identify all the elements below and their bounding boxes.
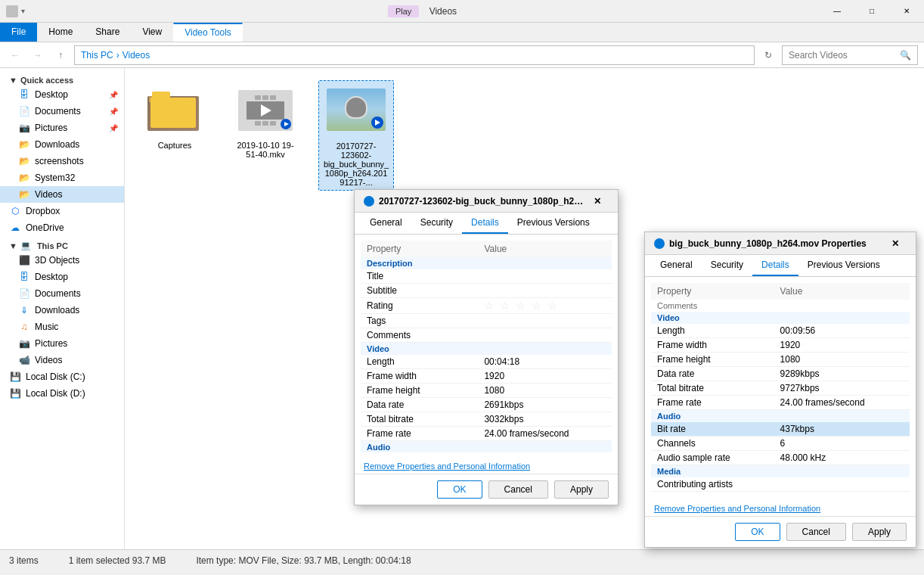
title-bar-controls[interactable]: — □ ✕ (820, 0, 924, 23)
search-icon: 🔍 (900, 50, 911, 61)
title-bar-title: Play Videos (25, 6, 820, 17)
close-button[interactable]: ✕ (889, 0, 924, 23)
dialog1-prop-table[interactable]: Property Value Description Title Subtitl… (361, 241, 612, 452)
music-icon: ♫ (18, 321, 30, 333)
refresh-button[interactable]: ↻ (759, 46, 777, 64)
pictures2-icon: 📷 (18, 337, 30, 350)
sidebar-item-downloads[interactable]: 📂 Downloads (0, 136, 124, 153)
pin-icon2: 📌 (109, 107, 118, 116)
computer-icon: 💻 (20, 241, 31, 250)
section-audio-1: Audio (361, 441, 612, 453)
sidebar-item-videos2[interactable]: 📹 Videos (0, 352, 124, 368)
sidebar-item-onedrive[interactable]: ☁ OneDrive (0, 219, 124, 236)
sidebar: ▼ Quick access 🗄 Desktop 📌 📄 Documents 📌… (0, 68, 125, 549)
forward-button[interactable]: → (29, 46, 47, 64)
onedrive-icon: ☁ (9, 222, 21, 234)
dialog2-tab-prevversions[interactable]: Previous Versions (798, 255, 889, 276)
sidebar-item-system32[interactable]: 📂 System32 (0, 169, 124, 186)
app-icon (6, 5, 18, 17)
dialog1-apply-button[interactable]: Apply (554, 480, 609, 499)
sidebar-item-downloads2[interactable]: ⇓ Downloads (0, 302, 124, 319)
dialog1-tab-security[interactable]: Security (411, 213, 462, 234)
dialog-details-1: 20170727-123602-big_buck_bunny_1080p_h26… (354, 189, 619, 505)
sidebar-item-desktop[interactable]: 🗄 Desktop 📌 (0, 86, 124, 103)
maximize-button[interactable]: □ (854, 0, 889, 23)
videos2-icon: 📹 (18, 354, 30, 366)
back-button[interactable]: ← (6, 46, 24, 64)
search-input[interactable] (789, 50, 897, 61)
pin-icon: 📌 (109, 91, 118, 99)
dialog1-tab-general[interactable]: General (361, 213, 411, 234)
dialog2-prop-table[interactable]: Property Value Comments Video Length00:0… (651, 283, 910, 495)
address-bar: ← → ↑ This PC › Videos ↻ 🔍 (0, 42, 924, 68)
sidebar-item-locald[interactable]: 💾 Local Disk (D:) (0, 385, 124, 402)
tab-share[interactable]: Share (84, 23, 131, 42)
dialog2-actions: OK Cancel Apply (645, 516, 916, 547)
file-name-captures: Captures (158, 141, 192, 150)
system32-icon: 📂 (18, 172, 30, 184)
chevron-right-icon: ▼ (9, 241, 17, 250)
dialog2-apply-button[interactable]: Apply (852, 523, 907, 541)
dialog1-ok-button[interactable]: OK (437, 480, 482, 499)
dialog1-close-button[interactable]: ✕ (586, 190, 609, 213)
dialog2-tab-general[interactable]: General (651, 255, 702, 276)
sidebar-item-3dobjects[interactable]: ⬛ 3D Objects (0, 252, 124, 269)
dialog1-cancel-button[interactable]: Cancel (488, 480, 548, 499)
sidebar-item-pictures2[interactable]: 📷 Pictures (0, 335, 124, 352)
desktop-icon: 🗄 (18, 89, 30, 101)
section-video-2: Video (651, 312, 910, 324)
pictures-icon: 📷 (18, 122, 30, 134)
section-media-2: Media (651, 465, 910, 478)
sidebar-item-desktop2[interactable]: 🗄 Desktop (0, 269, 124, 285)
3dobjects-icon: ⬛ (18, 254, 30, 266)
rating-stars: ☆ ☆ ☆ ☆ ☆ (484, 300, 559, 312)
tab-home[interactable]: Home (37, 23, 84, 42)
dialog2-close-button[interactable]: ✕ (884, 232, 907, 255)
address-path[interactable]: This PC › Videos (74, 45, 755, 65)
sidebar-item-localc[interactable]: 💾 Local Disk (C:) (0, 368, 124, 385)
dialog1-titlebar: 20170727-123602-big_buck_bunny_1080p_h26… (355, 190, 618, 213)
mov-thumbnail (329, 84, 383, 138)
sidebar-item-dropbox[interactable]: ⬡ Dropbox (0, 203, 124, 219)
up-button[interactable]: ↑ (51, 46, 70, 64)
dialog2-icon (654, 238, 665, 249)
file-name-mkv: 2019-10-10 19-51-40.mkv (231, 141, 299, 159)
sidebar-section-thispc: ▼ 💻 This PC (0, 236, 124, 252)
dialog2-ok-button[interactable]: OK (735, 523, 780, 541)
path-videos[interactable]: Videos (122, 50, 150, 61)
sidebar-item-documents[interactable]: 📄 Documents 📌 (0, 103, 124, 120)
sidebar-item-screenshots[interactable]: 📂 screenshots (0, 153, 124, 169)
dialog2-tab-details[interactable]: Details (752, 255, 798, 276)
minimize-button[interactable]: — (820, 0, 854, 23)
sidebar-item-pictures[interactable]: 📷 Pictures 📌 (0, 120, 124, 136)
tab-file[interactable]: File (0, 23, 37, 42)
sidebar-item-videos-qa[interactable]: 📂 Videos (0, 186, 124, 203)
sidebar-item-documents2[interactable]: 📄 Documents (0, 285, 124, 302)
file-item-mkv[interactable]: 2019-10-10 19-51-40.mkv (228, 80, 303, 191)
dialog1-tabs[interactable]: General Security Details Previous Versio… (355, 213, 618, 235)
dialog2-tabs[interactable]: General Security Details Previous Versio… (645, 255, 916, 277)
tab-view[interactable]: View (131, 23, 173, 42)
search-box[interactable]: 🔍 (782, 45, 918, 65)
tab-videotools[interactable]: Video Tools (173, 23, 243, 42)
dialog2-content: Property Value Comments Video Length00:0… (645, 277, 916, 501)
file-item-mov[interactable]: 20170727-123602-big_buck_bunny_1080p_h26… (318, 80, 394, 191)
dialog2-tab-security[interactable]: Security (702, 255, 752, 276)
dialog2-remove-properties-link[interactable]: Remove Properties and Personal Informati… (645, 501, 916, 516)
documents-icon: 📄 (18, 105, 30, 117)
path-computer[interactable]: This PC (81, 50, 113, 61)
file-item-captures[interactable]: Captures (137, 80, 212, 191)
sidebar-item-music[interactable]: ♫ Music (0, 319, 124, 335)
captures-thumbnail (147, 83, 202, 138)
sidebar-section-quickaccess: ▼ Quick access (0, 71, 124, 86)
downloads2-icon: ⇓ (18, 304, 30, 316)
ribbon: File Home Share View Video Tools (0, 23, 924, 42)
status-selected: 1 item selected 93.7 MB (69, 555, 166, 566)
dialog1-tab-details[interactable]: Details (462, 213, 508, 234)
ribbon-tabs[interactable]: File Home Share View Video Tools (0, 23, 924, 42)
dialog2-cancel-button[interactable]: Cancel (786, 523, 846, 541)
dialog1-tab-prevversions[interactable]: Previous Versions (508, 213, 599, 234)
dialog1-remove-properties-link[interactable]: Remove Properties and Personal Informati… (355, 458, 618, 474)
videos-qa-icon: 📂 (18, 188, 30, 200)
section-video-1: Video (361, 343, 612, 356)
